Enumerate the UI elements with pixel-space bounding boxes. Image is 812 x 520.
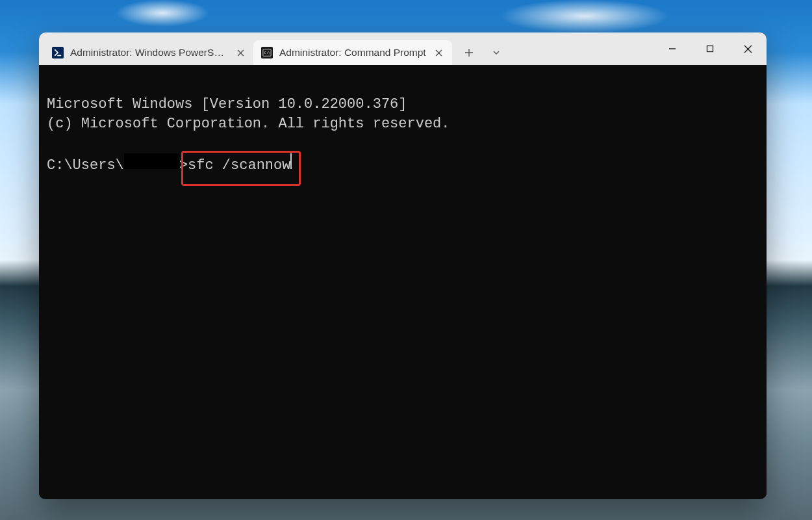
terminal-output[interactable]: Microsoft Windows [Version 10.0.22000.37…	[39, 65, 767, 499]
tab-powershell[interactable]: Administrator: Windows PowerShell	[44, 40, 253, 65]
cmd-icon: C:\	[261, 47, 273, 58]
maximize-button[interactable]	[691, 36, 729, 61]
new-tab-button[interactable]	[456, 40, 482, 65]
redacted-username	[124, 153, 179, 169]
svg-rect-2	[707, 46, 713, 52]
terminal-window: Administrator: Windows PowerShell C:\ Ad…	[39, 32, 767, 499]
desktop-wallpaper: Administrator: Windows PowerShell C:\ Ad…	[0, 0, 812, 520]
tab-dropdown-button[interactable]	[483, 40, 509, 65]
tab-label: Administrator: Windows PowerShell	[70, 47, 227, 58]
minimize-button[interactable]	[653, 36, 691, 61]
tab-close-button[interactable]	[433, 46, 446, 59]
typed-command: sfc /scannow	[188, 156, 290, 176]
powershell-icon	[52, 47, 64, 58]
terminal-line: Microsoft Windows [Version 10.0.22000.37…	[47, 96, 407, 112]
prompt-suffix: >	[179, 156, 188, 176]
prompt-path-prefix: C:\Users\	[47, 156, 124, 176]
window-controls	[653, 32, 767, 65]
close-window-button[interactable]	[729, 36, 767, 61]
terminal-line: (c) Microsoft Corporation. All rights re…	[47, 116, 450, 132]
tab-strip: Administrator: Windows PowerShell C:\ Ad…	[39, 32, 452, 65]
text-cursor	[290, 153, 292, 169]
prompt-line: C:\Users\>sfc /scannow	[47, 153, 759, 176]
titlebar: Administrator: Windows PowerShell C:\ Ad…	[39, 32, 767, 65]
tab-actions	[452, 32, 513, 65]
tab-label: Administrator: Command Prompt	[279, 47, 426, 58]
svg-text:C:\: C:\	[264, 51, 270, 55]
tab-close-button[interactable]	[234, 46, 247, 59]
tab-command-prompt[interactable]: C:\ Administrator: Command Prompt	[253, 40, 452, 65]
